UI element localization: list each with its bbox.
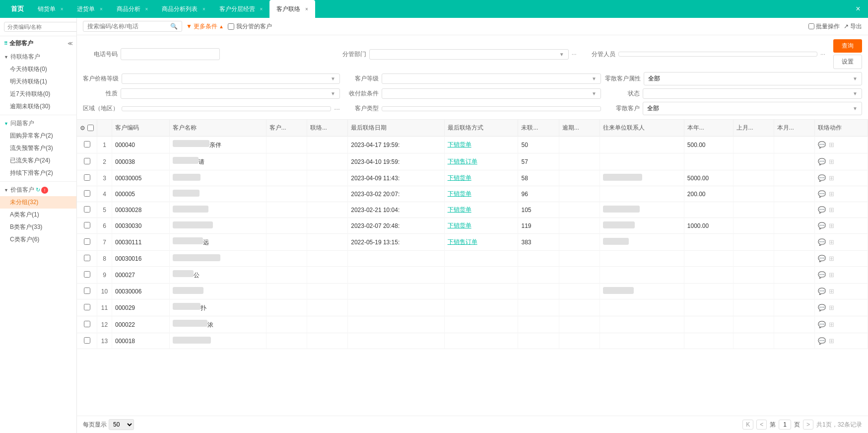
sidebar-item-class-c[interactable]: C类客户(6)	[0, 233, 76, 246]
grid-action-icon[interactable]: ⊞	[829, 238, 834, 246]
sidebar-item-declining[interactable]: 持续下滑客户(2)	[0, 167, 76, 179]
nav-home[interactable]: 首页	[4, 0, 31, 18]
close-product-analysis-list-icon[interactable]: ×	[202, 6, 205, 12]
chat-icon[interactable]: 💬	[818, 288, 826, 295]
prev-page-button[interactable]: <	[756, 420, 767, 430]
person-more-icon[interactable]: ···	[820, 51, 825, 58]
first-page-button[interactable]: K	[742, 420, 753, 430]
page-size-select[interactable]: 50 20 100	[109, 419, 134, 430]
nav-purchase-order[interactable]: 进货单 ×	[70, 0, 109, 18]
row-checkbox[interactable]	[84, 141, 90, 147]
chat-icon[interactable]: 💬	[818, 304, 826, 311]
price-level-select[interactable]: ▼	[122, 73, 340, 84]
row-checkbox[interactable]	[84, 222, 90, 228]
col-type[interactable]: 客户...	[266, 120, 307, 137]
region-select[interactable]	[122, 106, 331, 111]
row-last-contact-method[interactable]: 下销售订单	[444, 153, 518, 170]
row-checkbox[interactable]	[84, 271, 90, 278]
sidebar-item-unclassified[interactable]: 未分组(32)	[0, 196, 76, 209]
row-last-contact-method[interactable]	[444, 251, 518, 267]
row-last-contact-method[interactable]: 下销售订单	[444, 234, 518, 251]
current-page-display[interactable]: 1	[779, 420, 791, 430]
payment-select[interactable]: ▼	[382, 88, 601, 99]
more-filter-button[interactable]: ▼ 更多条件 ▲	[186, 22, 224, 31]
search-input[interactable]	[87, 23, 170, 30]
sidebar-item-tomorrow[interactable]: 明天待联络(1)	[0, 75, 76, 88]
phone-input[interactable]	[121, 48, 220, 60]
col-overdue[interactable]: 逾期...	[559, 120, 600, 137]
property-select[interactable]: ▼	[121, 88, 340, 99]
chat-icon[interactable]: 💬	[818, 337, 826, 345]
sidebar-search-input[interactable]	[4, 22, 77, 32]
row-last-contact-method[interactable]: 下销货单	[444, 170, 518, 186]
row-checkbox[interactable]	[84, 288, 90, 294]
row-checkbox[interactable]	[84, 238, 90, 245]
sidebar-item-class-a[interactable]: A类客户(1)	[0, 209, 76, 221]
close-customer-contact-icon[interactable]: ×	[305, 6, 308, 12]
row-last-contact-method[interactable]: 下销货单	[444, 218, 518, 234]
grid-action-icon[interactable]: ⊞	[829, 222, 834, 229]
select-all-checkbox[interactable]	[87, 125, 94, 131]
grid-action-icon[interactable]: ⊞	[829, 206, 834, 214]
row-checkbox[interactable]	[84, 304, 90, 310]
col-no-contact[interactable]: 未联...	[518, 120, 559, 137]
col-inter-contact[interactable]: 往来单位联系人	[600, 120, 684, 137]
batch-op-check[interactable]	[808, 23, 814, 29]
settings-icon[interactable]: ⚙	[80, 125, 85, 132]
price-segment-group[interactable]: ▼ 价值客户 ↻ !	[0, 184, 76, 196]
search-icon[interactable]: 🔍	[170, 23, 178, 30]
region-dots-icon[interactable]: ···	[334, 105, 340, 113]
customer-level-select[interactable]: ▼	[382, 73, 601, 84]
col-last-contact-date[interactable]: 最后联络日期	[348, 120, 444, 137]
customer-type-select[interactable]	[382, 106, 601, 111]
grid-action-icon[interactable]: ⊞	[829, 174, 834, 182]
grid-action-icon[interactable]: ⊞	[829, 288, 834, 295]
col-code[interactable]: 客户编码	[112, 120, 170, 137]
chat-icon[interactable]: 💬	[818, 190, 826, 198]
col-this-month[interactable]: 本月...	[774, 120, 814, 137]
row-last-contact-method[interactable]	[444, 267, 518, 284]
row-last-contact-method[interactable]: 下销货单	[444, 202, 518, 218]
grid-action-icon[interactable]: ⊞	[829, 255, 834, 262]
sidebar-item-lost[interactable]: 已流失客户(24)	[0, 154, 76, 167]
pending-contact-group[interactable]: ▼ 待联络客户	[0, 51, 76, 63]
batch-op-button[interactable]: 批量操作	[808, 22, 840, 31]
row-checkbox[interactable]	[84, 158, 90, 164]
row-checkbox[interactable]	[84, 190, 90, 197]
dept-select[interactable]: ▼	[369, 49, 568, 60]
reset-button[interactable]: 设置	[833, 55, 862, 69]
col-name[interactable]: 客户名称	[170, 120, 266, 137]
chat-icon[interactable]: 💬	[818, 158, 826, 165]
col-contact[interactable]: 联络...	[307, 120, 347, 137]
close-sales-order-icon[interactable]: ×	[61, 6, 64, 12]
sidebar-item-near7[interactable]: 近7天待联络(0)	[0, 88, 76, 100]
grid-action-icon[interactable]: ⊞	[829, 141, 834, 148]
all-customers-header[interactable]: ⠿ 全部客户 ≪	[0, 36, 76, 51]
contact-method-link[interactable]: 下销货单	[448, 174, 471, 181]
col-last-contact-method[interactable]: 最后联络方式	[444, 120, 518, 137]
my-customers-check[interactable]	[228, 23, 234, 30]
sidebar-item-today[interactable]: 今天待联络(0)	[0, 63, 76, 75]
row-last-contact-method[interactable]: 下销货单	[444, 186, 518, 202]
close-purchase-order-icon[interactable]: ×	[100, 6, 103, 12]
export-button[interactable]: ↗ 导出	[844, 22, 862, 31]
next-page-button[interactable]: >	[803, 420, 813, 430]
col-this-year[interactable]: 本年...	[684, 120, 733, 137]
chat-icon[interactable]: 💬	[818, 255, 826, 262]
sidebar-item-churn-risk[interactable]: 流失预警客户(3)	[0, 142, 76, 154]
row-checkbox[interactable]	[84, 206, 90, 213]
retail-attr-select[interactable]: 全部 ▼	[644, 72, 862, 85]
row-last-contact-method[interactable]	[444, 333, 518, 349]
contact-method-link[interactable]: 下销货单	[448, 141, 471, 148]
chat-icon[interactable]: 💬	[818, 141, 826, 148]
nav-customer-segment[interactable]: 客户分层经营 ×	[212, 0, 269, 18]
row-checkbox[interactable]	[84, 321, 90, 327]
contact-method-link[interactable]: 下销货单	[448, 206, 471, 213]
chat-icon[interactable]: 💬	[818, 321, 826, 328]
grid-action-icon[interactable]: ⊞	[829, 271, 834, 279]
chat-icon[interactable]: 💬	[818, 271, 826, 279]
chat-icon[interactable]: 💬	[818, 222, 826, 229]
grid-action-icon[interactable]: ⊞	[829, 304, 834, 311]
close-product-analysis-icon[interactable]: ×	[145, 6, 148, 12]
row-checkbox[interactable]	[84, 337, 90, 344]
